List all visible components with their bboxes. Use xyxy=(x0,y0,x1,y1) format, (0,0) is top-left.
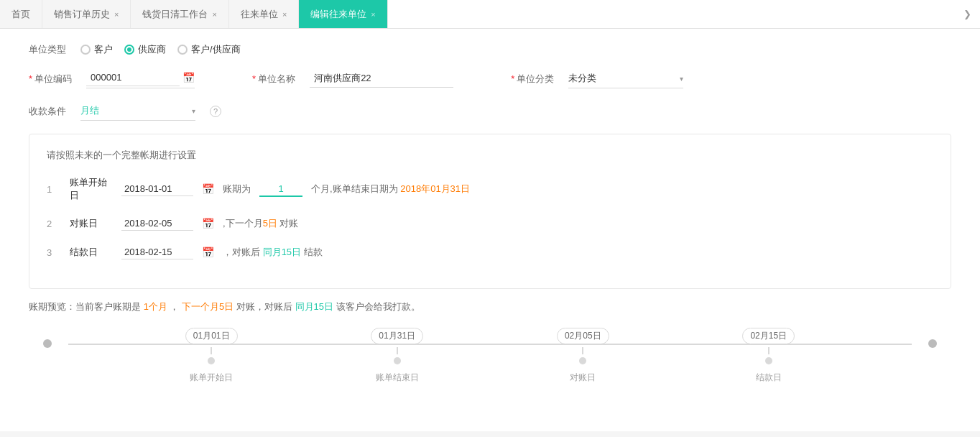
radio-customer-supplier-label: 客户/供应商 xyxy=(191,43,241,56)
tab-bar: 首页 销售订单历史 × 钱货日清工作台 × 往来单位 × 编辑往来单位 × ❯ xyxy=(0,0,980,29)
period-desc-3: ，对账后 同月15日 结款 xyxy=(223,246,323,259)
period-desc-2: ,下一个月5日 对账 xyxy=(223,217,298,230)
unit-name-label: 单位名称 xyxy=(252,73,295,86)
timeline-badge-3: 02月05日 xyxy=(557,328,609,344)
timeline-end-circle xyxy=(928,339,937,348)
preview-text: 账期预览：当前客户账期是 1个月 ， 下一个月5日 对账，对账后 同月15日 该… xyxy=(29,300,951,313)
reconcile-date-input[interactable] xyxy=(121,216,193,231)
timeline-label-1: 账单开始日 xyxy=(190,372,233,384)
chevron-right-icon: ❯ xyxy=(963,9,971,19)
timeline-container: 01月01日 账单开始日 01月31日 账单结束日 02月05日 对账日 xyxy=(29,328,951,384)
unit-code-wrapper: 📅 xyxy=(86,69,195,88)
period-months-input[interactable] xyxy=(259,182,302,197)
timeline-badge-2: 01月31日 xyxy=(371,328,423,344)
period-row-2: 2 对账日 📅 ,下一个月5日 对账 xyxy=(47,216,933,231)
timeline-node-3: 02月05日 对账日 xyxy=(557,328,609,384)
tab-partner-units[interactable]: 往来单位 × xyxy=(229,0,299,28)
preview-highlight-3: 同月15日 xyxy=(295,301,333,312)
payment-condition-chevron: ▾ xyxy=(192,107,195,115)
radio-customer-label: 客户 xyxy=(94,43,113,56)
tab-sales-history-close[interactable]: × xyxy=(114,10,119,19)
payment-condition-label: 收款条件 xyxy=(29,105,66,118)
timeline-dot-3 xyxy=(579,357,586,364)
unit-category-label: 单位分类 xyxy=(511,73,554,86)
preview-highlight-2: 下一个月5日 xyxy=(182,301,234,312)
tab-cash-workbench[interactable]: 钱货日清工作台 × xyxy=(131,0,228,28)
unit-code-icon[interactable]: 📅 xyxy=(182,72,195,83)
period-desc-1-prefix: 账期为 xyxy=(223,183,251,196)
tab-edit-partner-close[interactable]: × xyxy=(371,10,375,19)
period-row-1: 1 账单开始日 📅 账期为 个月,账单结束日期为 2018年01月31日 xyxy=(47,176,933,202)
payment-date-calendar-icon[interactable]: 📅 xyxy=(202,247,214,258)
radio-customer-supplier[interactable]: 客户/供应商 xyxy=(177,43,241,56)
payment-condition-help[interactable]: ? xyxy=(210,106,221,117)
tab-home[interactable]: 首页 xyxy=(0,0,42,28)
tab-more-button[interactable]: ❯ xyxy=(955,0,980,28)
payment-date-input[interactable] xyxy=(121,245,193,259)
timeline-node-1: 01月01日 账单开始日 xyxy=(185,328,238,384)
timeline-stem-1 xyxy=(211,347,212,354)
timeline-end-dot xyxy=(928,339,937,348)
unit-type-radio-group: 客户 供应商 客户/供应商 xyxy=(80,43,241,56)
timeline-stem-2 xyxy=(397,347,398,354)
period-row-2-label: 对账日 xyxy=(70,217,113,230)
timeline-node-2: 01月31日 账单结束日 xyxy=(371,328,423,384)
radio-customer-circle xyxy=(80,45,91,55)
timeline-start-dot xyxy=(43,339,52,348)
tab-sales-history-label: 销售订单历史 xyxy=(54,8,110,21)
timeline-label-4: 结款日 xyxy=(756,372,782,384)
period-row-1-label: 账单开始日 xyxy=(70,176,113,202)
preview-prefix: 账期预览：当前客户账期是 xyxy=(29,301,141,312)
period-row-1-num: 1 xyxy=(47,184,61,195)
tab-edit-partner[interactable]: 编辑往来单位 × xyxy=(299,0,387,28)
preview-middle-1: ， xyxy=(170,301,179,312)
timeline-start-circle xyxy=(43,339,52,348)
timeline-node-4: 02月15日 结款日 xyxy=(742,328,795,384)
tab-partner-units-close[interactable]: × xyxy=(282,10,287,19)
radio-customer[interactable]: 客户 xyxy=(80,43,113,56)
period-settings-box: 请按照未来的一个完整帐期进行设置 1 账单开始日 📅 账期为 个月,账单结束日期… xyxy=(29,134,951,289)
radio-customer-supplier-circle xyxy=(177,45,188,55)
preview-suffix: 该客户会给我打款。 xyxy=(336,301,420,312)
timeline-stem-3 xyxy=(582,347,583,354)
timeline-dot-1 xyxy=(208,357,215,364)
tab-cash-workbench-close[interactable]: × xyxy=(212,10,216,19)
period-box-title: 请按照未来的一个完整帐期进行设置 xyxy=(47,149,933,162)
start-date-calendar-icon[interactable]: 📅 xyxy=(202,183,214,195)
period-row-2-num: 2 xyxy=(47,218,61,229)
radio-supplier[interactable]: 供应商 xyxy=(124,43,166,56)
start-date-input[interactable] xyxy=(121,182,193,196)
tab-sales-history[interactable]: 销售订单历史 × xyxy=(42,0,131,28)
tab-home-label: 首页 xyxy=(11,8,30,21)
preview-highlight-1: 1个月 xyxy=(144,301,167,312)
timeline-stem-4 xyxy=(768,347,769,354)
unit-category-select[interactable]: 未分类 ▾ xyxy=(568,69,683,88)
timeline-badge-4: 02月15日 xyxy=(742,328,795,344)
period-row-3-label: 结款日 xyxy=(70,246,113,259)
payment-condition-select[interactable]: 月结 ▾ xyxy=(80,101,195,121)
tab-partner-units-label: 往来单位 xyxy=(241,8,278,21)
timeline-dot-4 xyxy=(765,357,772,364)
period-row-3-num: 3 xyxy=(47,247,61,258)
period-row-3: 3 结款日 📅 ，对账后 同月15日 结款 xyxy=(47,245,933,259)
radio-supplier-label: 供应商 xyxy=(138,43,166,56)
unit-type-label: 单位类型 xyxy=(29,43,66,56)
timeline-nodes: 01月01日 账单开始日 01月31日 账单结束日 02月05日 对账日 xyxy=(43,328,937,384)
unit-category-chevron: ▾ xyxy=(680,75,683,83)
unit-name-input[interactable] xyxy=(310,70,453,88)
timeline-dot-2 xyxy=(394,357,401,364)
timeline-badge-1: 01月01日 xyxy=(185,328,238,344)
tab-edit-partner-label: 编辑往来单位 xyxy=(310,8,366,21)
tab-cash-workbench-label: 钱货日清工作台 xyxy=(142,8,208,21)
unit-type-row: 单位类型 客户 供应商 客户/供应商 xyxy=(29,43,951,56)
radio-supplier-circle xyxy=(124,45,134,55)
unit-category-value: 未分类 xyxy=(568,72,677,85)
unit-code-input[interactable] xyxy=(86,69,180,86)
main-content: 单位类型 客户 供应商 客户/供应商 单位编码 📅 单位名称 单位分类 xyxy=(0,29,980,431)
payment-condition-row: 收款条件 月结 ▾ ? xyxy=(29,101,951,121)
preview-middle-2: 对账，对账后 xyxy=(236,301,295,312)
reconcile-date-calendar-icon[interactable]: 📅 xyxy=(202,218,214,229)
payment-condition-value: 月结 xyxy=(80,104,189,117)
unit-code-label: 单位编码 xyxy=(29,73,72,86)
period-desc-1-suffix: 个月,账单结束日期为 2018年01月31日 xyxy=(311,183,470,196)
